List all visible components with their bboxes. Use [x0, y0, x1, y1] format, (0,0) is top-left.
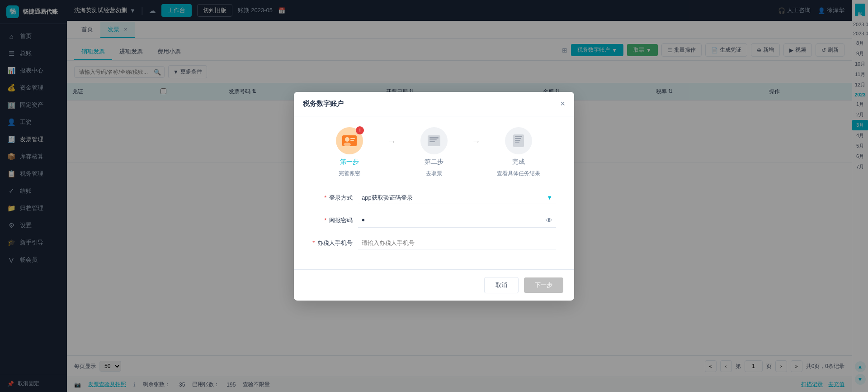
svg-point-4 — [344, 143, 351, 146]
svg-point-1 — [345, 137, 349, 142]
svg-rect-12 — [515, 140, 520, 141]
modal-overlay[interactable]: 税务数字账户 × — [0, 0, 868, 392]
login-method-select[interactable]: app获取验证码登录 ▼ — [358, 192, 556, 204]
svg-rect-2 — [350, 138, 355, 139]
step-3-svg — [510, 133, 527, 149]
steps-indicator: ! 第一步 完善账密 → — [312, 127, 556, 177]
step-2-icon — [420, 127, 448, 154]
modal-close-button[interactable]: × — [560, 99, 565, 109]
password-dot: • — [362, 215, 365, 225]
login-method-value: app获取验证码登录 — [362, 194, 413, 202]
step-1-label: 第一步 — [340, 158, 359, 166]
modal-header: 税务数字账户 × — [294, 92, 574, 116]
step-arrow-2: → — [472, 127, 481, 147]
taxpayer-phone-input[interactable] — [358, 237, 556, 249]
step-2: 第二步 去取票 — [396, 127, 472, 177]
modal-body: ! 第一步 完善账密 → — [294, 116, 574, 269]
next-step-button[interactable]: 下一步 — [524, 277, 563, 293]
modal-title: 税务数字账户 — [303, 100, 344, 108]
cancel-button[interactable]: 取消 — [484, 277, 519, 293]
step-2-label: 第二步 — [425, 158, 443, 166]
login-method-label: * 登录方式 — [312, 194, 353, 202]
svg-rect-5 — [428, 135, 440, 146]
step-arrow-1: → — [387, 127, 396, 147]
step-1-sublabel: 完善账密 — [339, 170, 360, 177]
step-1-icon: ! — [336, 127, 363, 154]
password-toggle-icon[interactable]: 👁 — [546, 216, 552, 224]
taxpayer-phone-label: * 办税人手机号 — [312, 239, 353, 247]
step-1: ! 第一步 完善账密 — [312, 127, 387, 177]
password-row: * 网报密码 • 👁 — [312, 213, 556, 228]
step-3: 完成 查看具体任务结果 — [481, 127, 556, 177]
step-3-icon — [505, 127, 532, 154]
step-3-sublabel: 查看具体任务结果 — [497, 170, 540, 177]
taxpayer-phone-row: * 办税人手机号 — [312, 237, 556, 249]
svg-rect-8 — [429, 141, 435, 142]
modal-footer: 取消 下一步 — [294, 269, 574, 301]
svg-rect-13 — [515, 142, 519, 143]
password-field[interactable]: • 👁 — [358, 213, 556, 228]
password-label: * 网报密码 — [312, 216, 353, 225]
svg-rect-11 — [515, 138, 521, 139]
step-1-svg — [341, 133, 358, 149]
login-method-row: * 登录方式 app获取验证码登录 ▼ — [312, 192, 556, 204]
step-3-label: 完成 — [512, 158, 525, 166]
step-1-badge: ! — [356, 126, 364, 134]
svg-rect-7 — [429, 139, 437, 140]
svg-rect-10 — [515, 136, 522, 137]
step-2-svg — [426, 133, 442, 149]
step-2-sublabel: 去取票 — [426, 170, 442, 177]
select-chevron-icon: ▼ — [547, 194, 552, 201]
svg-rect-6 — [429, 137, 439, 139]
tax-digital-account-modal: 税务数字账户 × — [294, 92, 574, 301]
svg-rect-3 — [350, 140, 354, 141]
